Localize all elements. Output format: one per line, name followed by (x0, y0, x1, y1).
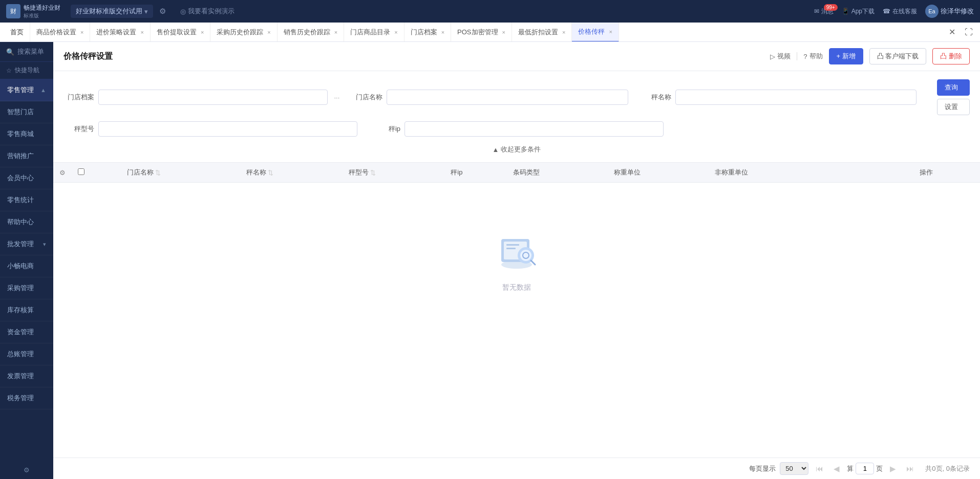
sidebar-item-retail-mall[interactable]: 零售商城 (0, 123, 53, 145)
empty-state: 暂无数据 (53, 183, 980, 333)
video-icon: ▷ (770, 53, 775, 60)
first-page-button[interactable]: ⏮ (813, 463, 826, 474)
sidebar-item-retail-management[interactable]: 零售管理 ▲ (0, 79, 53, 101)
tab-store-catalog[interactable]: 门店商品目录 × (344, 23, 404, 42)
sidebar-item-purchase[interactable]: 采购管理 (0, 277, 53, 299)
tab-price-scale[interactable]: 价格传秤 × (572, 23, 619, 42)
tab-price-strategy[interactable]: 进价策略设置 × (90, 23, 150, 42)
version-selector[interactable]: 好业财标准版交付试用 ▾ (71, 5, 153, 18)
divider (797, 52, 797, 60)
sidebar-item-general-ledger[interactable]: 总账管理 (0, 343, 53, 365)
sort-scale-model[interactable]: 秤型号 ⇅ (349, 168, 376, 177)
select-all-checkbox[interactable] (78, 168, 84, 175)
tab-maximize-button[interactable]: ⛶ (962, 27, 976, 38)
tab-price-scale-close-icon[interactable]: × (609, 29, 612, 35)
filter-store-name: 门店名称 (352, 90, 628, 105)
next-page-button[interactable]: ▶ (887, 463, 899, 475)
scale-name-input[interactable] (675, 90, 917, 105)
query-button[interactable]: 查询 (937, 79, 970, 96)
sidebar-item-finance[interactable]: 资金管理 (0, 321, 53, 343)
app-download-button[interactable]: 📱 App下载 (842, 7, 875, 16)
online-service-label: 在线客服 (892, 7, 917, 16)
store-name-input[interactable] (387, 90, 628, 105)
tab-bar: 首页 商品价格设置 × 进价策略设置 × 售价提取设置 × 采购历史价跟踪 × … (0, 23, 980, 42)
download-btn-label: 凸 客户端下载 (877, 52, 919, 61)
sidebar-item-help[interactable]: 帮助中心 (0, 211, 53, 233)
page-num: 算 页 (847, 463, 883, 474)
sidebar-item-retail-stats-label: 零售统计 (7, 195, 34, 205)
tab-close-icon[interactable]: × (394, 29, 397, 35)
tab-sales-history-label: 销售历史价跟踪 (284, 28, 330, 37)
tab-home[interactable]: 首页 (4, 23, 30, 42)
tab-store-file-label: 门店档案 (411, 28, 437, 37)
user-menu[interactable]: Ea 徐泽华修改 (925, 5, 974, 18)
sidebar-item-wholesale[interactable]: 批发管理 ▾ (0, 233, 53, 255)
th-barcode-type: 条码类型 (507, 163, 608, 183)
help-link[interactable]: ? 帮助 (803, 52, 822, 61)
sidebar-item-invoice[interactable]: 发票管理 (0, 365, 53, 387)
store-file-input[interactable] (98, 90, 328, 105)
store-file-dots[interactable]: ··· (334, 94, 339, 101)
add-button[interactable]: + 新增 (829, 48, 863, 64)
sidebar-item-marketing[interactable]: 营销推广 (0, 145, 53, 167)
sidebar-item-retail-stats[interactable]: 零售统计 (0, 189, 53, 211)
tab-close-icon[interactable]: × (562, 29, 565, 35)
sort-store-name[interactable]: 门店名称 ⇅ (127, 168, 161, 177)
tab-sale-extract[interactable]: 售价提取设置 × (151, 23, 210, 42)
tab-min-discount[interactable]: 最低折扣设置 × (512, 23, 572, 42)
th-non-weight-unit: 非称重单位 (709, 163, 913, 183)
tab-goods-price[interactable]: 商品价格设置 × (30, 23, 90, 42)
online-service-button[interactable]: ☎ 在线客服 (883, 7, 917, 16)
total-text: 共0页, 0条记录 (925, 464, 970, 473)
store-file-label: 门店档案 (63, 93, 94, 102)
sidebar-item-smart-store[interactable]: 智慧门店 (0, 101, 53, 123)
video-link[interactable]: ▷ 视频 (770, 52, 791, 61)
sort-scale-name[interactable]: 秤名称 ⇅ (246, 168, 273, 177)
demo-link[interactable]: ◎ 我要看实例演示 (180, 7, 235, 16)
th-store-name-label: 门店名称 (127, 168, 154, 177)
add-btn-label: + 新增 (837, 52, 856, 61)
sidebar-item-ecommerce[interactable]: 小畅电商 (0, 255, 53, 277)
download-client-button[interactable]: 凸 客户端下载 (869, 48, 927, 64)
th-checkbox-col (72, 163, 121, 183)
th-scale-ip: 秤ip (444, 163, 507, 183)
tab-purchase-history[interactable]: 采购历史价跟踪 × (210, 23, 277, 42)
tab-close-icon[interactable]: × (267, 29, 270, 35)
selector-settings-button[interactable]: ⚙ (157, 5, 168, 18)
settings-button[interactable]: 设置 (937, 99, 970, 115)
tab-close-icon[interactable]: × (502, 29, 505, 35)
th-action: 操作 (913, 163, 980, 183)
page-label: 算 (847, 464, 854, 473)
tab-pos-encryption[interactable]: POS加密管理 × (451, 23, 512, 42)
tab-close-icon[interactable]: × (201, 29, 204, 35)
scale-ip-input[interactable] (404, 121, 664, 137)
page-number-input[interactable] (856, 463, 874, 474)
th-scale-ip-label: 秤ip (451, 168, 462, 176)
sidebar-item-member[interactable]: 会员中心 (0, 167, 53, 189)
tab-min-discount-label: 最低折扣设置 (518, 28, 558, 37)
page-size-select[interactable]: 10 20 50 100 (780, 462, 808, 475)
quick-nav-button[interactable]: ☆ 快捷导航 (0, 62, 53, 79)
tab-store-file[interactable]: 门店档案 × (404, 23, 451, 42)
tab-close-icon[interactable]: × (441, 29, 444, 35)
tab-close-icon[interactable]: × (140, 29, 143, 35)
tab-sales-history[interactable]: 销售历史价跟踪 × (278, 23, 344, 42)
collapse-button[interactable]: ▲ 收起更多条件 (63, 143, 970, 158)
column-settings-icon[interactable]: ⚙ (59, 169, 66, 177)
search-menu-button[interactable]: 🔍 搜索菜单 (0, 42, 53, 62)
prev-page-button[interactable]: ◀ (830, 463, 843, 475)
tab-close-icon[interactable]: × (80, 29, 83, 35)
tab-close-icon[interactable]: × (334, 29, 337, 35)
demo-icon: ◎ (180, 8, 186, 15)
query-btn-label: 查询 (945, 83, 958, 92)
logo-icon: 财 (6, 4, 20, 18)
scale-model-input[interactable] (98, 121, 357, 137)
message-button[interactable]: ✉ 消息 99+ (814, 7, 834, 16)
th-scale-model: 秤型号 ⇅ (343, 163, 445, 183)
sidebar-item-tax[interactable]: 税务管理 (0, 387, 53, 409)
delete-button[interactable]: 凸 删除 (932, 48, 970, 64)
sidebar-settings-button[interactable]: ⚙ (0, 461, 53, 479)
sidebar-item-inventory[interactable]: 库存核算 (0, 299, 53, 321)
tab-close-all-button[interactable]: ✕ (946, 26, 958, 38)
last-page-button[interactable]: ⏭ (903, 463, 917, 474)
